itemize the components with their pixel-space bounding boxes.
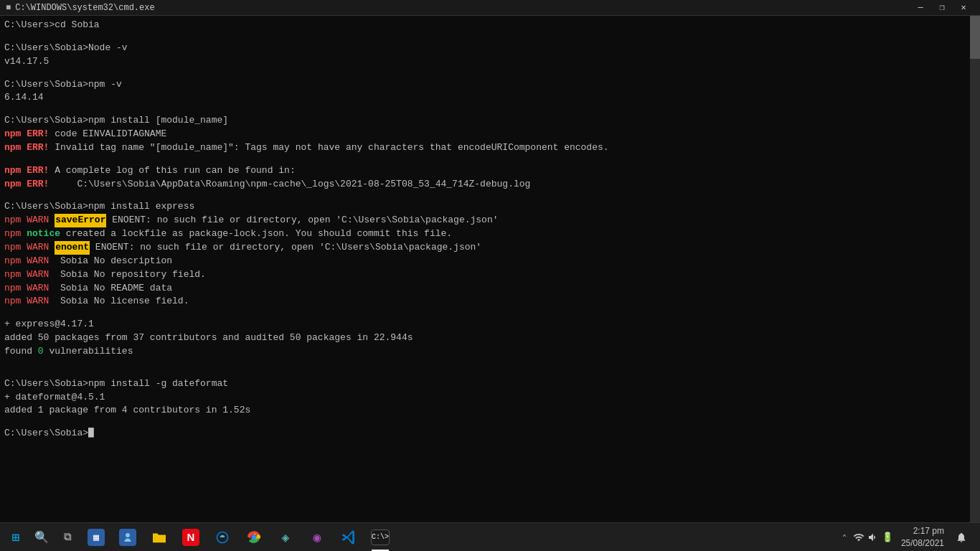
edge-icon	[214, 529, 231, 546]
taskbar-app-app10[interactable]: ◈	[270, 523, 301, 552]
terminal-line: npm ERR! code EINVALIDTAGNAME	[4, 128, 976, 141]
terminal-line	[4, 309, 976, 318]
search-button[interactable]: 🔍	[29, 524, 55, 550]
maximize-button[interactable]: ❐	[931, 0, 953, 16]
close-button[interactable]: ✕	[953, 0, 974, 16]
taskbar-app-folder[interactable]	[143, 523, 175, 552]
terminal-line: added 1 package from 4 contributors in 1…	[4, 404, 976, 418]
terminal-line: npm ERR! C:\Users\Sobia\AppData\Roaming\…	[4, 178, 976, 192]
terminal-line: + dateformat@4.5.1	[4, 391, 976, 405]
tray-chevron[interactable]: ⌃	[838, 531, 851, 544]
title-bar-text: C:\WINDOWS\system32\cmd.exe	[15, 3, 910, 13]
tray-battery[interactable]: 🔋	[881, 531, 894, 544]
tray-network[interactable]	[852, 531, 865, 544]
taskbar-app-phone[interactable]	[112, 523, 143, 552]
terminal-line: npm WARN enoent ENOENT: no such file or …	[4, 241, 976, 255]
taskbar-right: ⌃ 🔋 2:17 pm 25/08/2021	[838, 525, 977, 550]
tray-volume[interactable]	[867, 531, 880, 544]
terminal-line	[4, 418, 976, 427]
start-icon: ⊞	[12, 529, 20, 545]
clock-date: 25/08/2021	[901, 537, 944, 550]
terminal-line: npm WARN Sobia No license field.	[4, 295, 976, 309]
terminal-line	[4, 359, 976, 368]
scrollbar-thumb[interactable]	[970, 16, 980, 59]
terminal-line	[4, 191, 976, 200]
taskbar-app-widgets[interactable]: ▦	[80, 523, 112, 552]
notification-center[interactable]	[951, 527, 971, 547]
start-button[interactable]: ⊞	[3, 524, 29, 550]
terminal-line: C:\Users\Sobia>Node -v	[4, 42, 976, 55]
taskbar-app-cmd[interactable]: C:\>	[364, 523, 396, 552]
taskbar-app-edge[interactable]	[207, 523, 238, 552]
app10-icon: ◈	[277, 529, 294, 546]
search-icon: 🔍	[34, 530, 49, 545]
terminal-line: npm ERR! Invalid tag name "[module_name]…	[4, 141, 976, 155]
terminal-line: npm WARN Sobia No description	[4, 255, 976, 268]
taskbar-app-app11[interactable]: ◉	[301, 523, 333, 552]
terminal-window[interactable]: C:\Users>cd SobiaC:\Users\Sobia>Node -vv…	[0, 16, 980, 522]
clock-time: 2:17 pm	[901, 525, 944, 537]
terminal-line: found 0 vulnerabilities	[4, 345, 976, 359]
scrollbar[interactable]	[970, 16, 980, 522]
taskbar: ⊞ 🔍 ⧉ ▦ N ◈ ◉	[0, 522, 980, 551]
app11-icon: ◉	[308, 529, 326, 546]
minimize-button[interactable]: —	[910, 0, 931, 16]
svg-point-0	[126, 533, 130, 537]
terminal-line: C:\Users\Sobia>npm install -g dateformat	[4, 377, 976, 391]
terminal-line: npm WARN Sobia No README data	[4, 282, 976, 296]
taskbar-app-chrome[interactable]	[238, 523, 270, 552]
title-bar: ■ C:\WINDOWS\system32\cmd.exe — ❐ ✕	[0, 0, 980, 16]
terminal-line: npm ERR! A complete log of this run can …	[4, 164, 976, 178]
terminal-line	[4, 105, 976, 114]
terminal-line	[4, 69, 976, 78]
terminal-line: v14.17.5	[4, 55, 976, 69]
terminal-line	[4, 155, 976, 164]
window-controls: — ❐ ✕	[910, 0, 974, 16]
terminal-line: C:\Users\Sobia>npm install express	[4, 200, 976, 214]
terminal-content: C:\Users>cd SobiaC:\Users\Sobia>Node -vv…	[4, 19, 976, 441]
vscode-icon	[340, 529, 357, 546]
taskbar-app-vscode[interactable]	[333, 523, 364, 552]
phone-icon	[119, 529, 136, 546]
task-view-button[interactable]: ⧉	[55, 524, 80, 550]
netflix-icon: N	[182, 529, 199, 546]
terminal-line: 6.14.14	[4, 91, 976, 105]
title-bar-icon: ■	[6, 3, 11, 13]
terminal-line	[4, 368, 976, 377]
taskbar-app-netflix[interactable]: N	[175, 523, 207, 552]
system-tray: ⌃ 🔋	[838, 531, 894, 544]
terminal-line: C:\Users\Sobia>█	[4, 427, 976, 441]
cmd-icon: C:\>	[371, 529, 390, 545]
chrome-icon	[245, 529, 263, 546]
terminal-line: C:\Users\Sobia>npm install [module_name]	[4, 114, 976, 128]
terminal-line: C:\Users>cd Sobia	[4, 19, 976, 32]
terminal-line	[4, 32, 976, 42]
task-view-icon: ⧉	[64, 531, 72, 544]
terminal-line: npm notice created a lockfile as package…	[4, 227, 976, 241]
terminal-line: added 50 packages from 37 contributors a…	[4, 331, 976, 345]
taskbar-clock[interactable]: 2:17 pm 25/08/2021	[898, 525, 947, 550]
terminal-line: npm WARN Sobia No repository field.	[4, 268, 976, 282]
terminal-line: npm WARN saveError ENOENT: no such file …	[4, 214, 976, 227]
folder-icon	[151, 529, 168, 546]
terminal-line: + express@4.17.1	[4, 318, 976, 331]
widgets-icon: ▦	[88, 529, 105, 546]
terminal-line: C:\Users\Sobia>npm -v	[4, 78, 976, 92]
